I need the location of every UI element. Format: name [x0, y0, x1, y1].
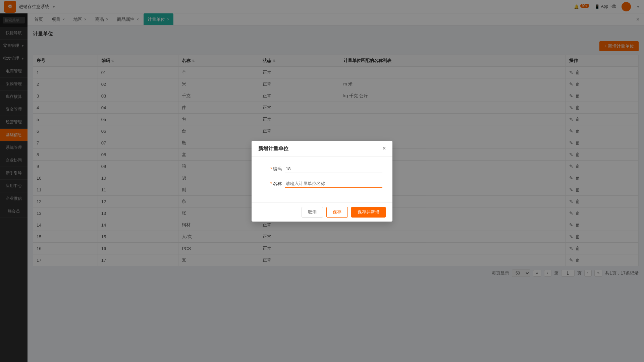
modal-dialog: 新增计量单位 × *编码 *名称 取消 保存 保存并新增 — [252, 141, 392, 222]
required-mark: * — [270, 181, 272, 186]
modal-close-btn[interactable]: × — [383, 145, 386, 152]
form-row-name: *名称 — [262, 180, 382, 188]
save-button[interactable]: 保存 — [326, 207, 348, 218]
code-input[interactable] — [285, 165, 382, 173]
name-input[interactable] — [285, 180, 382, 188]
cancel-button[interactable]: 取消 — [302, 207, 323, 218]
form-row-code: *编码 — [262, 165, 382, 173]
form-label-code: *编码 — [262, 166, 282, 172]
form-label-name: *名称 — [262, 181, 282, 187]
modal-overlay[interactable]: 新增计量单位 × *编码 *名称 取消 保存 保存并新增 — [0, 0, 644, 362]
modal-title: 新增计量单位 — [258, 145, 288, 152]
required-mark: * — [270, 166, 272, 171]
modal-body: *编码 *名称 — [252, 157, 392, 202]
save-and-new-button[interactable]: 保存并新增 — [351, 207, 386, 218]
modal-header: 新增计量单位 × — [252, 141, 392, 157]
modal-footer: 取消 保存 保存并新增 — [252, 202, 392, 222]
